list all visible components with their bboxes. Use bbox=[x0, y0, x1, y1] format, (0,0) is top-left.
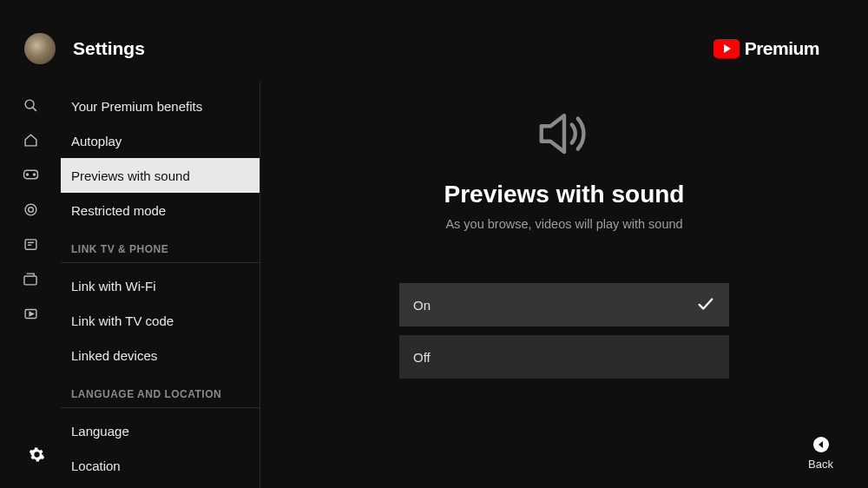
back-icon bbox=[813, 437, 829, 452]
cast-icon bbox=[20, 271, 41, 287]
option-off[interactable]: Off bbox=[399, 335, 729, 379]
target-icon bbox=[20, 201, 41, 217]
sidebar-item-autoplay[interactable]: Autoplay bbox=[61, 123, 260, 158]
option-label: Off bbox=[413, 350, 431, 365]
sidebar-item-location[interactable]: Location bbox=[61, 448, 260, 483]
back-label: Back bbox=[808, 458, 833, 471]
options-list: On Off bbox=[399, 283, 729, 379]
svg-marker-11 bbox=[30, 312, 33, 315]
svg-point-4 bbox=[25, 204, 36, 215]
svg-rect-9 bbox=[24, 275, 36, 284]
sidebar: Your Premium benefits Autoplay Previews … bbox=[61, 82, 260, 488]
sidebar-item-label: Restricted mode bbox=[71, 203, 166, 218]
gear-icon[interactable] bbox=[26, 446, 47, 462]
svg-point-5 bbox=[28, 207, 33, 212]
speaker-icon bbox=[534, 108, 595, 163]
sidebar-item-label: Language bbox=[71, 424, 129, 439]
page-title: Settings bbox=[73, 38, 145, 59]
svg-line-1 bbox=[32, 107, 36, 110]
option-on[interactable]: On bbox=[399, 283, 729, 326]
sidebar-item-label: Linked devices bbox=[71, 348, 157, 363]
check-icon bbox=[696, 294, 715, 316]
main-subtitle: As you browse, videos will play with sou… bbox=[445, 217, 682, 231]
sidebar-item-premium-benefits[interactable]: Your Premium benefits bbox=[61, 89, 260, 123]
option-label: On bbox=[413, 298, 431, 313]
section-header-language: LANGUAGE AND LOCATION bbox=[61, 373, 260, 408]
sidebar-item-previews-with-sound[interactable]: Previews with sound bbox=[61, 158, 260, 193]
avatar[interactable] bbox=[24, 33, 56, 64]
sidebar-item-link-wifi[interactable]: Link with Wi-Fi bbox=[61, 268, 260, 303]
main-panel: Previews with sound As you browse, video… bbox=[260, 82, 868, 488]
back-button[interactable]: Back bbox=[808, 437, 833, 471]
svg-point-3 bbox=[26, 174, 28, 175]
sidebar-item-label: Your Premium benefits bbox=[71, 99, 202, 114]
svg-point-0 bbox=[25, 100, 34, 109]
header-left: Settings bbox=[24, 33, 145, 64]
premium-logo: Premium bbox=[713, 38, 819, 59]
home-icon bbox=[20, 132, 41, 148]
sidebar-item-link-tv-code[interactable]: Link with TV code bbox=[61, 303, 260, 338]
sidebar-item-label: Location bbox=[71, 458, 121, 473]
note-icon bbox=[20, 236, 41, 252]
youtube-play-icon bbox=[713, 39, 740, 58]
sidebar-item-language[interactable]: Language bbox=[61, 413, 260, 448]
gamepad-icon bbox=[20, 167, 41, 182]
layout: Your Premium benefits Autoplay Previews … bbox=[0, 82, 868, 488]
sidebar-item-label: Autoplay bbox=[71, 134, 122, 148]
icon-column bbox=[0, 82, 61, 488]
header: Settings Premium bbox=[0, 0, 868, 82]
sidebar-item-linked-devices[interactable]: Linked devices bbox=[61, 338, 260, 373]
sidebar-item-label: Link with Wi-Fi bbox=[71, 279, 156, 293]
search-icon bbox=[20, 97, 41, 113]
sidebar-item-label: Link with TV code bbox=[71, 313, 174, 328]
section-header-link-tv: LINK TV & PHONE bbox=[61, 228, 260, 263]
sidebar-item-restricted-mode[interactable]: Restricted mode bbox=[61, 193, 260, 228]
svg-point-2 bbox=[33, 174, 35, 175]
main-title: Previews with sound bbox=[444, 181, 685, 208]
premium-label: Premium bbox=[745, 38, 819, 59]
video-icon bbox=[20, 306, 41, 321]
sidebar-item-label: Previews with sound bbox=[71, 168, 190, 183]
